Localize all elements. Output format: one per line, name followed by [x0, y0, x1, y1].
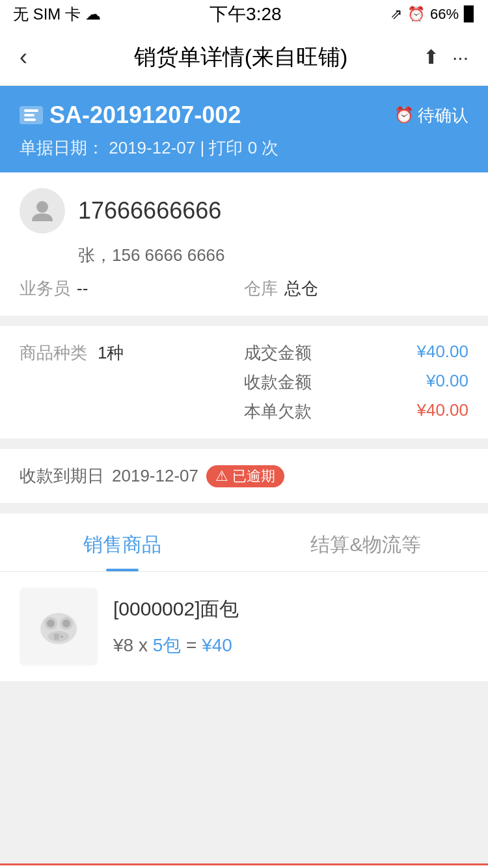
overdue-text: 已逾期 — [232, 467, 275, 486]
nav-bar: ‹ 销货单详情(来自旺铺) ⬆ ··· — [0, 29, 488, 86]
customer-section: 17666666666 张，156 6666 6666 业务员 -- 仓库 总仓 — [0, 172, 488, 316]
customer-row: 17666666666 — [20, 188, 468, 234]
empty-area — [0, 681, 488, 863]
product-type-value: 1种 — [98, 342, 124, 364]
receipt-amount-label: 收款金额 — [244, 371, 312, 394]
product-name: [0000002]面包 — [113, 596, 468, 623]
nav-actions: ⬆ ··· — [423, 46, 468, 68]
due-amount-value: ¥40.00 — [416, 400, 468, 423]
svg-rect-2 — [24, 118, 36, 121]
svg-text:督+: 督+ — [53, 633, 64, 640]
tabs-section: 销售商品 结算&物流等 — [0, 513, 488, 572]
svg-point-7 — [47, 619, 55, 627]
overdue-icon: ⚠ — [215, 468, 228, 485]
product-type-label: 商品种类 — [20, 342, 87, 364]
receipt-amount-value: ¥0.00 — [426, 371, 468, 394]
salesperson-value: -- — [77, 278, 88, 299]
deal-amount-row: 成交金额 ¥40.00 — [244, 342, 468, 364]
due-date-value: 2019-12-07 — [112, 466, 198, 486]
products-section: 督+ [0000002]面包 ¥8 x 5包 = ¥40 — [0, 572, 488, 681]
due-amount-label: 本单欠款 — [244, 400, 312, 423]
multiply-sign: x — [139, 635, 153, 655]
svg-rect-0 — [24, 109, 38, 112]
deal-amount-value: ¥40.00 — [416, 342, 468, 364]
warehouse-meta: 仓库 总仓 — [244, 277, 468, 300]
warehouse-label: 仓库 — [244, 277, 278, 300]
tab-indicator — [106, 569, 139, 571]
alarm-icon: ⏰ — [407, 6, 425, 23]
deal-amount-label: 成交金额 — [244, 342, 312, 364]
tab-settlement-label: 结算&物流等 — [310, 534, 421, 555]
product-type-area: 商品种类 1种 — [20, 342, 244, 364]
tab-sales[interactable]: 销售商品 — [0, 513, 244, 571]
due-date-section: 收款到期日 2019-12-07 ⚠ 已逾期 — [0, 449, 488, 503]
status-time: 下午3:28 — [210, 2, 282, 27]
warehouse-value: 总仓 — [284, 277, 318, 300]
tabs-row: 销售商品 结算&物流等 — [0, 513, 488, 572]
salesperson-meta: 业务员 -- — [20, 277, 244, 300]
customer-meta: 业务员 -- 仓库 总仓 — [20, 277, 468, 300]
product-item: 督+ [0000002]面包 ¥8 x 5包 = ¥40 — [0, 572, 488, 681]
sim-label: 无 SIM 卡 ☁ — [13, 4, 101, 25]
svg-point-8 — [62, 619, 70, 627]
receipt-amount-row: 收款金额 ¥0.00 — [244, 371, 468, 394]
product-price: ¥8 x 5包 = ¥40 — [113, 633, 468, 658]
svg-rect-1 — [24, 114, 34, 116]
order-id: SA-20191207-002 — [20, 102, 241, 129]
tab-sales-label: 销售商品 — [83, 534, 161, 555]
confirm-button-wrap: 旺铺订单确认 — [0, 863, 488, 868]
product-image: 督+ — [20, 588, 98, 666]
order-header-card: SA-20191207-002 ⏰ 待确认 单据日期： 2019-12-07 |… — [0, 86, 488, 172]
order-number: SA-20191207-002 — [49, 102, 241, 129]
due-date-label: 收款到期日 — [20, 465, 104, 487]
amounts-right: 成交金额 ¥40.00 收款金额 ¥0.00 本单欠款 ¥40.00 — [244, 342, 468, 423]
customer-avatar — [20, 188, 65, 234]
status-bar: 无 SIM 卡 ☁ 下午3:28 ⇗ ⏰ 66% ▉ — [0, 0, 488, 29]
customer-name: 张，156 6666 6666 — [78, 244, 468, 267]
order-header-top: SA-20191207-002 ⏰ 待确认 — [20, 102, 468, 129]
battery-label: 66% — [430, 6, 459, 23]
order-icon — [20, 106, 43, 124]
share-button[interactable]: ⬆ — [423, 46, 439, 68]
status-left: 无 SIM 卡 ☁ — [13, 4, 101, 25]
equals-sign: = — [186, 635, 202, 655]
order-date-row: 单据日期： 2019-12-07 | 打印 0 次 — [20, 137, 468, 159]
location-icon: ⇗ — [390, 6, 402, 23]
more-button[interactable]: ··· — [452, 46, 468, 68]
back-button[interactable]: ‹ — [20, 44, 59, 71]
total-value: ¥40 — [202, 635, 232, 655]
amounts-section: 商品种类 1种 成交金额 ¥40.00 收款金额 ¥0.00 本单欠款 ¥40.… — [0, 326, 488, 439]
status-badge: ⏰ 待确认 — [394, 104, 468, 127]
overdue-badge: ⚠ 已逾期 — [206, 465, 284, 487]
svg-point-3 — [36, 201, 48, 213]
status-icon: ⏰ — [394, 106, 414, 124]
tab-settlement[interactable]: 结算&物流等 — [244, 513, 488, 571]
page-title: 销货单详情(来自旺铺) — [59, 42, 423, 72]
customer-phone: 17666666666 — [78, 197, 221, 224]
price-value: ¥8 — [113, 635, 133, 655]
salesperson-label: 业务员 — [20, 277, 70, 300]
quantity-value: 5包 — [153, 635, 182, 655]
status-text: 待确认 — [418, 104, 468, 127]
status-right: ⇗ ⏰ 66% ▉ — [390, 6, 475, 23]
product-info: [0000002]面包 ¥8 x 5包 = ¥40 — [113, 596, 468, 658]
battery-icon: ▉ — [464, 6, 475, 23]
due-amount-row: 本单欠款 ¥40.00 — [244, 400, 468, 423]
